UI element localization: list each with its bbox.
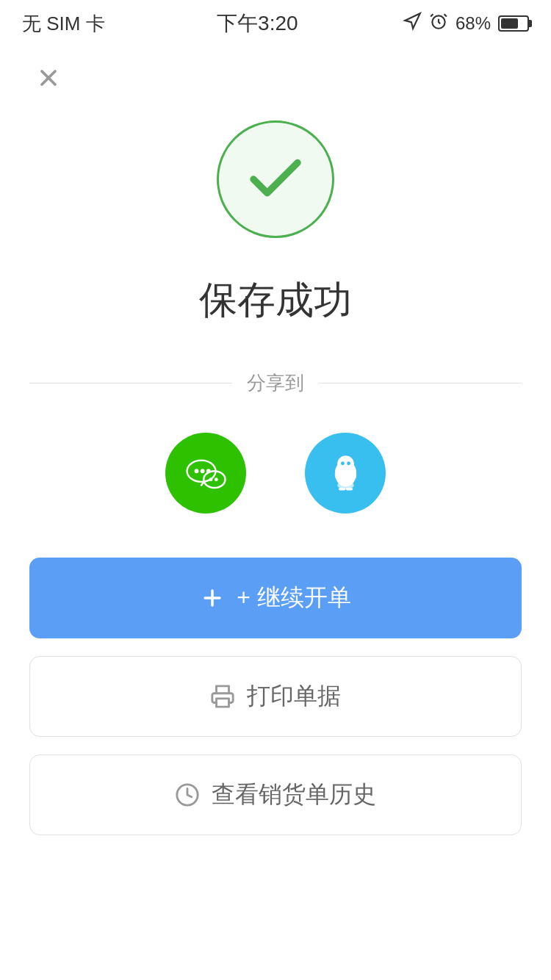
status-bar: 无 SIM 卡 下午3:20 68%	[0, 0, 551, 47]
share-divider: 分享到	[29, 370, 522, 396]
svg-point-14	[341, 461, 345, 465]
status-time: 下午3:20	[217, 10, 298, 37]
battery-icon	[498, 15, 529, 32]
svg-point-15	[347, 461, 350, 465]
share-label: 分享到	[247, 370, 304, 396]
plus-icon	[200, 586, 225, 610]
continue-label: + 继续开单	[237, 582, 351, 614]
qq-icon	[322, 450, 370, 497]
print-button[interactable]: 打印单据	[29, 656, 522, 737]
wechat-icon	[182, 450, 230, 497]
print-label: 打印单据	[247, 680, 341, 713]
battery-percentage: 68%	[455, 13, 491, 34]
qq-share-button[interactable]	[305, 433, 386, 514]
checkmark-icon	[242, 146, 309, 212]
share-section: 分享到	[0, 370, 551, 514]
no-sim-text: 无 SIM 卡	[22, 11, 105, 37]
svg-point-17	[349, 469, 356, 480]
alarm-icon	[429, 12, 448, 35]
continue-button[interactable]: + 继续开单	[29, 558, 522, 638]
location-icon	[403, 12, 422, 35]
svg-point-20	[345, 487, 353, 490]
clock-icon	[175, 782, 200, 807]
history-button[interactable]: 查看销货单历史	[29, 754, 522, 835]
success-icon-circle	[217, 120, 334, 238]
success-title: 保存成功	[199, 275, 352, 326]
svg-point-6	[194, 469, 198, 473]
svg-marker-1	[405, 13, 420, 29]
svg-point-11	[214, 478, 217, 481]
printer-icon	[210, 684, 235, 709]
status-left: 无 SIM 卡	[22, 11, 112, 37]
share-icons-container	[29, 433, 522, 514]
svg-point-19	[338, 487, 345, 490]
main-content: 保存成功 分享到	[0, 47, 551, 835]
wechat-share-button[interactable]	[165, 433, 246, 514]
status-right: 68%	[403, 12, 529, 35]
svg-rect-23	[217, 699, 229, 707]
action-buttons: + 继续开单 打印单据 查看销货单历史	[0, 558, 551, 835]
svg-point-16	[334, 469, 342, 480]
svg-point-10	[209, 478, 212, 481]
divider-left	[29, 383, 232, 383]
svg-point-7	[200, 469, 204, 473]
divider-right	[319, 383, 522, 383]
history-label: 查看销货单历史	[212, 779, 376, 811]
close-button[interactable]	[29, 59, 68, 97]
